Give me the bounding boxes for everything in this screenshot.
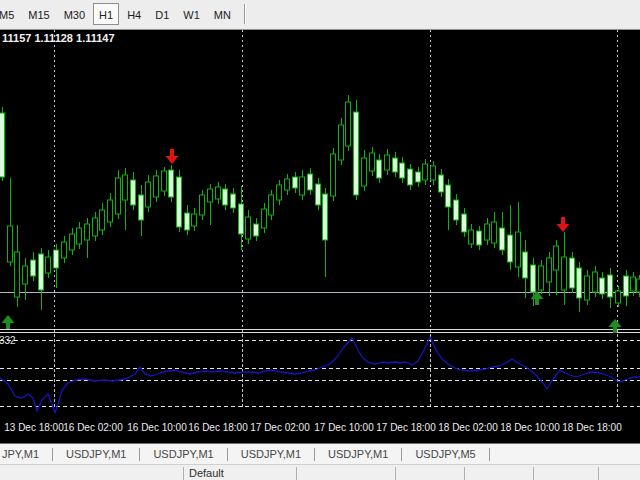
buy-arrow-icon [2, 315, 15, 329]
candle-body [185, 213, 190, 230]
statusbar-separator [598, 467, 599, 480]
sell-arrow-icon [557, 217, 570, 232]
candle-body [631, 277, 636, 291]
candle-body [46, 257, 51, 273]
candle-body [339, 125, 344, 160]
candle-body [108, 200, 113, 222]
candle-body [116, 178, 121, 214]
ohlc-readout: 11157 1.11128 1.11147 [2, 32, 115, 44]
candle-body [516, 232, 521, 267]
statusbar-separator [296, 467, 297, 480]
candle-body [139, 195, 144, 220]
timeframe-button-M5[interactable]: M5 [0, 3, 20, 25]
time-axis-label: 18 Dec 02:00 [438, 422, 498, 433]
candle-body [269, 195, 274, 215]
candle-body [15, 252, 20, 297]
candle-body [308, 174, 313, 190]
candle-body [570, 258, 575, 288]
time-axis-label: 17 Dec 10:00 [314, 422, 374, 433]
candle-body [154, 176, 159, 197]
chart-tab-6[interactable]: USDJPY,M5 [402, 448, 488, 460]
statusbar-separator [395, 467, 396, 480]
candle-body [277, 185, 282, 200]
chart-tab-2[interactable]: USDJPY,M1 [53, 448, 139, 460]
candle-body [285, 179, 290, 190]
candle-body [477, 231, 482, 245]
candle-body [192, 214, 197, 226]
buy-arrow-icon [609, 319, 622, 333]
chart-tab-4[interactable]: USDJPY,M1 [228, 448, 314, 460]
candle-body [254, 224, 259, 236]
candle-body [408, 169, 413, 185]
time-axis-label: 16 Dec 18:00 [188, 422, 248, 433]
candle-body [370, 153, 375, 171]
candle-body [346, 102, 351, 146]
candle-body [362, 158, 367, 186]
candle-body [8, 226, 13, 262]
candle-body [454, 200, 459, 220]
profile-label[interactable]: Default [189, 467, 224, 479]
candle-body [293, 177, 298, 188]
candle-body [262, 209, 267, 228]
candle-body [70, 234, 75, 250]
candle-body [393, 158, 398, 172]
candle-body [385, 155, 390, 170]
candle-body [123, 175, 128, 200]
candle-body [31, 260, 36, 276]
candle-body [600, 278, 605, 294]
candle-body [531, 265, 536, 292]
timeframe-button-H1[interactable]: H1 [93, 3, 119, 25]
chart-tabs: JPY,M1USDJPY,M1USDJPY,M1USDJPY,M1USDJPY,… [0, 443, 640, 464]
timeframe-button-W1[interactable]: W1 [177, 3, 206, 25]
timeframe-toolbar: M5M15M30H1H4D1W1MN [0, 0, 640, 30]
timeframe-button-MN[interactable]: MN [208, 3, 237, 25]
candle-body [608, 275, 613, 297]
candle-body [39, 254, 44, 290]
candle-body [62, 242, 67, 258]
candle-body [85, 224, 90, 240]
candle-body [616, 291, 621, 303]
candle-body [200, 195, 205, 215]
candle-body [23, 266, 28, 284]
candle-body [539, 266, 544, 290]
time-axis-label: 18 Dec 18:00 [562, 422, 622, 433]
candle-body [547, 258, 552, 282]
candle-body [0, 113, 5, 177]
candle-body [593, 272, 598, 292]
chart-tab-1[interactable]: JPY,M1 [0, 448, 52, 460]
chart-area[interactable]: 11157 1.11128 1.1114733213 Dec 18:0016 D… [0, 30, 640, 443]
candle-body [223, 189, 228, 205]
time-axis-label: 13 Dec 18:00 [4, 422, 64, 433]
chart-tab-3[interactable]: USDJPY,M1 [140, 448, 226, 460]
timeframe-button-M30[interactable]: M30 [58, 3, 91, 25]
indicator-line [0, 337, 640, 413]
candle-body [585, 276, 590, 300]
candle-body [577, 268, 582, 298]
candle-body [300, 177, 305, 195]
candle-body [624, 276, 629, 296]
timeframe-button-H4[interactable]: H4 [121, 3, 147, 25]
candle-body [239, 204, 244, 234]
timeframe-button-D1[interactable]: D1 [149, 3, 175, 25]
candle-body [177, 177, 182, 227]
time-axis-label: 16 Dec 10:00 [127, 422, 187, 433]
time-axis-label: 17 Dec 18:00 [376, 422, 436, 433]
candle-body [208, 189, 213, 202]
candle-body [93, 218, 98, 236]
chart-tab-5[interactable]: USDJPY,M1 [315, 448, 401, 460]
candle-body [169, 170, 174, 197]
candle-body [485, 224, 490, 240]
candle-body [637, 279, 640, 292]
candle-body [316, 184, 321, 205]
candle-body [331, 154, 336, 196]
statusbar-separator [533, 467, 534, 480]
sell-arrow-icon [166, 149, 179, 164]
timeframe-button-M15[interactable]: M15 [22, 3, 55, 25]
candle-body [377, 160, 382, 178]
candlestick-chart: 11157 1.11128 1.1114733213 Dec 18:0016 D… [0, 30, 640, 443]
candle-body [554, 246, 559, 270]
candle-body [431, 166, 436, 180]
candle-body [416, 172, 421, 182]
candle-body [508, 235, 513, 262]
candle-body [423, 164, 428, 180]
